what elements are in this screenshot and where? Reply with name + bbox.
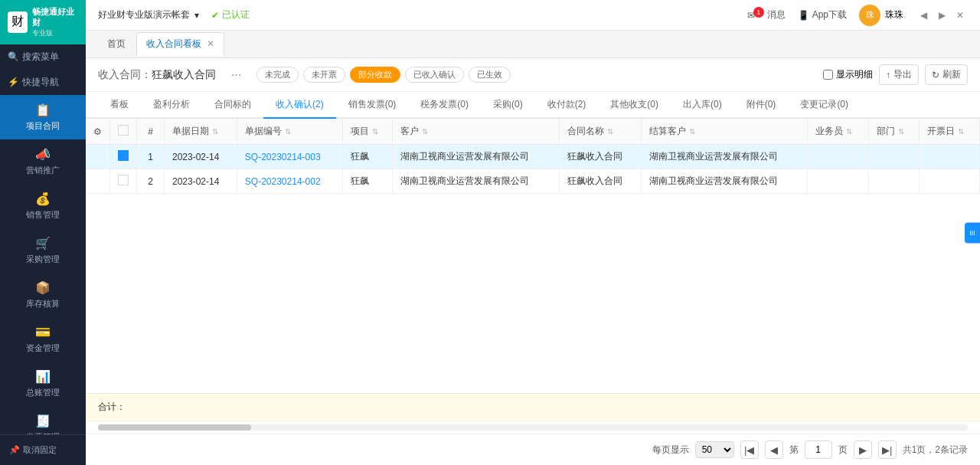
status-effective[interactable]: 已生效	[469, 67, 511, 83]
row1-checkbox[interactable]	[110, 145, 137, 169]
download-icon: 📱	[798, 10, 809, 21]
sub-tab-contract-std[interactable]: 合同标的	[202, 92, 263, 119]
sidebar-item-project[interactable]: 📋 项目合同	[0, 95, 86, 139]
status-partial-collect[interactable]: 部分收款	[350, 67, 400, 83]
tab-contract-board[interactable]: 收入合同看板 ✕	[136, 32, 224, 56]
col-num-header: #	[137, 119, 165, 145]
prev-page-button[interactable]: ◀	[765, 440, 783, 459]
sales-icon: 💰	[35, 192, 51, 206]
sidebar-item-purchase[interactable]: 🛒 采购管理	[0, 228, 86, 273]
row2-checkbox-box[interactable]	[118, 175, 129, 185]
scroll-bar-area	[86, 421, 980, 434]
sub-tab-purchase[interactable]: 采购(0)	[481, 92, 535, 119]
table-footer: 合计：	[86, 393, 980, 421]
row1-checkbox-box[interactable]	[118, 150, 129, 161]
sidebar-item-marketing[interactable]: 📣 营销推广	[0, 139, 86, 184]
col-settle-header[interactable]: 结算客户⇅	[641, 119, 808, 145]
message-label: 消息	[767, 8, 786, 21]
table-row[interactable]: 1 2023-02-14 SQ-20230214-003 狂飙 湖南卫视商业运营…	[86, 145, 980, 169]
company-selector[interactable]: 好业财专业版演示帐套 ▾	[98, 8, 199, 21]
sort-dept-icon: ⇅	[898, 127, 904, 136]
status-not-complete[interactable]: 未完成	[256, 67, 299, 83]
project-icon: 📋	[35, 103, 51, 117]
sub-tab-change-log[interactable]: 变更记录(0)	[788, 92, 861, 119]
row1-billno[interactable]: SQ-20230214-003	[237, 145, 342, 169]
sub-tab-other-income[interactable]: 其他收支(0)	[598, 92, 671, 119]
show-detail-checkbox[interactable]: 显示明细	[823, 68, 873, 81]
page-title: 收入合同：狂飙收入合同	[98, 68, 216, 82]
status-not-open[interactable]: 未开票	[303, 67, 345, 83]
row1-billdate2	[919, 145, 980, 169]
sub-tab-attachments[interactable]: 附件(0)	[734, 92, 789, 119]
row2-settings	[86, 169, 110, 194]
first-page-button[interactable]: |◀	[740, 440, 759, 459]
col-checkbox-header[interactable]	[110, 119, 137, 145]
nav-close-button[interactable]: ✕	[952, 8, 968, 23]
sidebar-item-invoice[interactable]: 🧾 发票管理	[0, 406, 86, 434]
message-button[interactable]: ✉ 1 消息	[747, 8, 786, 21]
sub-tab-sales-invoice[interactable]: 销售发票(0)	[336, 92, 409, 119]
table-row[interactable]: 2 2023-02-14 SQ-20230214-002 狂飙 湖南卫视商业运营…	[86, 169, 980, 194]
status-confirmed[interactable]: 已收入确认	[405, 67, 464, 83]
sidebar-item-sales[interactable]: 💰 销售管理	[0, 184, 86, 228]
col-dept-header[interactable]: 部门⇅	[868, 119, 919, 145]
row2-date: 2023-02-14	[165, 169, 237, 194]
sort-customer-icon: ⇅	[422, 127, 428, 136]
sub-tab-warehouse[interactable]: 出入库(0)	[671, 92, 734, 119]
sub-tab-income-confirm[interactable]: 收入确认(2)	[263, 92, 336, 119]
purchase-icon: 🛒	[35, 236, 51, 251]
refresh-button[interactable]: ↻ 刷新	[925, 64, 968, 85]
row2-billno[interactable]: SQ-20230214-002	[237, 169, 342, 194]
nav-tabs-bar: 首页 收入合同看板 ✕	[86, 31, 980, 58]
col-project-header[interactable]: 项目⇅	[342, 119, 393, 145]
sidebar-item-general[interactable]: 📊 总账管理	[0, 362, 86, 406]
topbar: 好业财专业版演示帐套 ▾ ✔ 已认证 ✉ 1 消息 📱 App下载 珠 珠珠 ◀	[86, 0, 980, 31]
nav-back-button[interactable]: ◀	[916, 8, 931, 23]
sub-tab-profit[interactable]: 盈利分析	[141, 92, 202, 119]
col-settings-header[interactable]: ⚙	[86, 119, 110, 145]
search-label: 搜索菜单	[22, 51, 59, 64]
sub-tab-payment[interactable]: 收付款(2)	[535, 92, 599, 119]
per-page-select[interactable]: 20 50 100	[695, 441, 734, 458]
last-page-button[interactable]: ▶|	[878, 440, 897, 459]
row1-billno-link[interactable]: SQ-20230214-003	[245, 152, 321, 162]
scroll-bar-thumb[interactable]	[98, 424, 251, 431]
col-contract-header[interactable]: 合同名称⇅	[559, 119, 641, 145]
sidebar-item-inventory[interactable]: 📦 库存核算	[0, 273, 86, 317]
app-download-button[interactable]: 📱 App下载	[798, 8, 847, 21]
sidebar-logo: 财 畅捷通好业财 专业版	[0, 0, 86, 44]
sidebar-fast-nav-item[interactable]: ⚡ 快捷导航	[0, 70, 86, 95]
pin-button[interactable]: 📌 取消固定	[5, 440, 81, 460]
next-page-button[interactable]: ▶	[854, 440, 872, 459]
select-all-checkbox[interactable]	[118, 125, 129, 136]
sub-tab-tax-invoice[interactable]: 税务发票(0)	[408, 92, 481, 119]
app-download-label: App下载	[812, 8, 847, 21]
row2-billno-link[interactable]: SQ-20230214-002	[245, 176, 321, 187]
col-billno-header[interactable]: 单据编号⇅	[237, 119, 342, 145]
topbar-nav-arrows: ◀ ▶ ✕	[916, 8, 968, 23]
sidebar-search-item[interactable]: 🔍 搜索菜单	[0, 44, 86, 70]
col-customer-header[interactable]: 客户⇅	[393, 119, 560, 145]
tab-close-icon[interactable]: ✕	[207, 38, 214, 49]
col-salesman-header[interactable]: 业务员⇅	[808, 119, 868, 145]
col-date-header[interactable]: 单据日期⇅	[165, 119, 237, 145]
nav-forward-button[interactable]: ▶	[934, 8, 949, 23]
col-billdate2-header[interactable]: 开票日⇅	[919, 119, 980, 145]
user-menu[interactable]: 珠 珠珠	[859, 5, 903, 26]
row2-billdate2	[919, 169, 980, 194]
logo-text: 畅捷通好业财	[32, 6, 78, 28]
tab-home[interactable]: 首页	[98, 33, 135, 55]
row2-checkbox[interactable]	[110, 169, 137, 194]
refresh-label: 刷新	[942, 68, 961, 81]
show-detail-input[interactable]	[823, 70, 833, 80]
sort-billdate2-icon: ⇅	[958, 127, 964, 136]
export-button[interactable]: ↑ 导出	[879, 64, 919, 85]
sub-tab-board[interactable]: 看板	[98, 92, 141, 119]
more-options-button[interactable]: ···	[231, 68, 241, 82]
main-area: 好业财专业版演示帐套 ▾ ✔ 已认证 ✉ 1 消息 📱 App下载 珠 珠珠 ◀	[86, 0, 980, 465]
sidebar-item-fund[interactable]: 💳 资金管理	[0, 317, 86, 362]
current-page-input[interactable]	[805, 440, 832, 459]
inventory-icon: 📦	[35, 280, 51, 295]
user-name: 珠珠	[885, 8, 903, 21]
right-panel-toggle[interactable]: ≡	[965, 222, 980, 243]
